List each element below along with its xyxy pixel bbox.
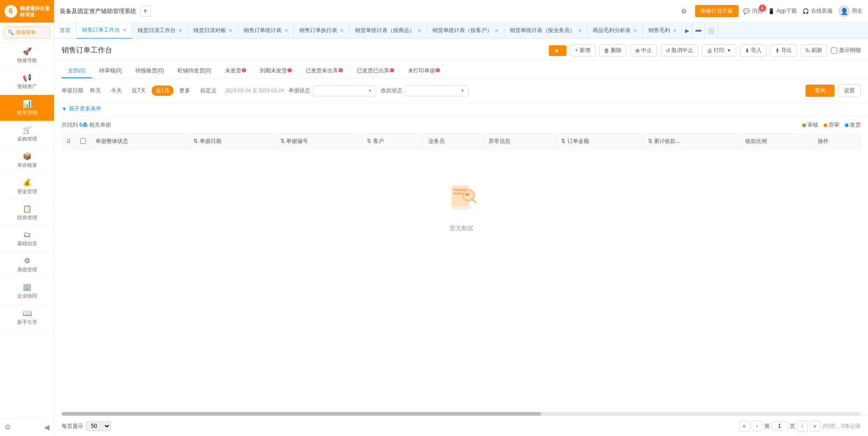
show-detail-checkbox[interactable]	[831, 47, 837, 54]
sidebar-item-sales[interactable]: 📊 销售管理	[0, 95, 54, 121]
select-all-checkbox[interactable]	[80, 138, 86, 144]
setting-button[interactable]: 设置	[838, 84, 861, 97]
refresh-button[interactable]: ↻ 刷新	[801, 44, 827, 57]
tab-cash-daily[interactable]: 钱货日清工作台 ✕	[132, 23, 188, 39]
cancel-stop-button[interactable]: ↺ 取消中止	[661, 44, 698, 57]
table-col-date[interactable]: ⇅ 单据日期	[189, 134, 276, 149]
sub-tab-shipped-not-out[interactable]: 已发货未出库❶	[299, 64, 350, 78]
query-button[interactable]: 查询	[806, 85, 834, 97]
sub-tab-not-printed[interactable]: 未打印单据❶	[402, 64, 446, 78]
tab-cash-reconcile[interactable]: 钱货日清对账 ✕	[188, 23, 238, 39]
table-col-status[interactable]: 单据整体状态	[91, 134, 189, 149]
prev-page-button[interactable]: ‹	[752, 421, 762, 431]
sub-tab-all[interactable]: 全部(0)	[62, 64, 92, 78]
sidebar-item-purchase[interactable]: 🛒 采购管理	[0, 121, 54, 147]
table-col-number[interactable]: ⇅ 单据编号	[275, 134, 362, 149]
topbar-user[interactable]: 👤 用友	[838, 5, 863, 17]
sub-tab-not-shipped[interactable]: 未发货❶	[219, 64, 253, 78]
topbar-settings-button[interactable]: ⚙	[678, 5, 691, 18]
date-btn-1month[interactable]: 近1月	[152, 85, 174, 96]
tab-close-margin-analysis[interactable]: ✕	[633, 28, 637, 33]
table-col-staff[interactable]: 业务员	[424, 134, 484, 149]
date-btn-more[interactable]: 更多	[175, 85, 194, 96]
tab-sales-unified-product[interactable]: 销货单统计表（按商品） ✕	[350, 23, 427, 39]
show-detail-toggle[interactable]: 显示明细	[831, 47, 861, 54]
print-button[interactable]: 🖨 打印 ▼	[702, 44, 736, 57]
tab-close-sales-workbench[interactable]: ✕	[123, 28, 126, 33]
tabs-minimize-button[interactable]: ➖	[692, 23, 705, 39]
add-button[interactable]: + 新增	[570, 44, 595, 57]
table-col-checkbox[interactable]	[76, 134, 91, 149]
expand-more-conditions[interactable]: ▼ 展开更多条件	[62, 105, 861, 113]
table-col-collected[interactable]: ⇅ 累计收款...	[643, 134, 740, 149]
sidebar-item-enterprise[interactable]: 🏢 企业协同	[0, 278, 54, 304]
sidebar-settings-button[interactable]: ⚙	[5, 423, 11, 431]
tab-close-unified-staff[interactable]: ✕	[578, 28, 581, 33]
topbar-app-download[interactable]: 📱 App下载	[768, 7, 797, 15]
tab-sales-profit[interactable]: 销售毛利 ✕	[643, 23, 682, 39]
sidebar-collapse-button[interactable]: ◀	[44, 423, 49, 431]
sidebar-item-operation[interactable]: 📋 经营管理	[0, 200, 54, 226]
table-scrollbar[interactable]	[62, 412, 861, 416]
sub-tab-pending-review[interactable]: 待审核(0)	[93, 64, 129, 78]
tabs-maximize-button[interactable]: ⬜	[705, 23, 718, 39]
tabs-more-button[interactable]: ▶	[682, 23, 692, 39]
last-page-button[interactable]: »	[810, 421, 820, 431]
date-btn-today[interactable]: 今天	[107, 85, 126, 96]
table-col-customer[interactable]: ⇅ 客户	[362, 134, 424, 149]
tab-sales-unified-customer[interactable]: 销货单统计表（按客户） ✕	[427, 23, 504, 39]
sidebar-item-system[interactable]: ⚙ 系统管理	[0, 252, 54, 278]
tab-close-cash-daily[interactable]: ✕	[178, 28, 182, 33]
tab-close-unified-product[interactable]: ✕	[417, 28, 421, 33]
tab-close-sales-stat[interactable]: ✕	[284, 28, 288, 33]
sidebar-search[interactable]: 🔍 搜索菜单	[0, 23, 54, 43]
tab-sales-workbench[interactable]: 销售订单工作台 ✕	[77, 23, 132, 39]
sub-tab-pending-inspect[interactable]: 待拣验货(0)	[129, 64, 170, 78]
sidebar-item-marketing[interactable]: 📢 营销推广	[0, 69, 54, 95]
sidebar-item-quick-nav[interactable]: 🚀 快捷导航	[0, 43, 54, 69]
import-button[interactable]: ⬇ 导入	[740, 44, 767, 57]
stop-button[interactable]: ⊗ 中止	[630, 44, 657, 57]
table-ship-button[interactable]: 发货	[845, 121, 861, 129]
sidebar-item-finance[interactable]: 💰 资金管理	[0, 174, 54, 200]
sidebar-item-guide[interactable]: 📖 新手引导	[0, 304, 54, 331]
topbar-message[interactable]: 💬 消息 6	[743, 7, 762, 15]
sidebar-item-inventory[interactable]: 📦 库存核算	[0, 147, 54, 174]
tab-margin-analysis[interactable]: 商品毛利分析表 ✕	[587, 23, 643, 39]
industry-solution-button[interactable]: 体验行业方案	[695, 5, 739, 17]
filter-status-select[interactable]: ▼	[313, 85, 376, 96]
table-review-button[interactable]: 审核	[802, 121, 818, 129]
page-number-input[interactable]	[772, 422, 788, 431]
sub-tab-wangpu-pending[interactable]: 旺铺待发货(0)	[171, 64, 218, 78]
first-page-button[interactable]: «	[739, 421, 750, 431]
tab-close-sales-profit[interactable]: ✕	[673, 28, 676, 33]
tab-home[interactable]: 首页	[54, 23, 77, 39]
export-button[interactable]: ⬆ 导出	[770, 44, 797, 57]
next-page-button[interactable]: ›	[797, 421, 808, 431]
table-cancel-review-button[interactable]: 弃审	[824, 121, 839, 129]
tab-sales-unified-staff[interactable]: 销货单统计表（按业务员） ✕	[504, 23, 587, 39]
tab-close-sales-exec[interactable]: ✕	[340, 28, 344, 33]
table-scroll[interactable]: ⠿ 单据整体状态 ⇅ 单据日期	[62, 133, 861, 149]
tab-sales-stat[interactable]: 销售订单统计表 ✕	[238, 23, 294, 39]
delete-button[interactable]: 🗑 删除	[599, 44, 627, 57]
sub-tab-expired-not-shipped[interactable]: 到期未发货❶	[254, 64, 298, 78]
tab-sales-exec[interactable]: 销售订单执行表 ✕	[294, 23, 350, 39]
table-col-amount[interactable]: ⇅ 订单金额	[556, 134, 643, 149]
date-btn-7days[interactable]: 近7天	[128, 85, 150, 96]
page-size-dropdown[interactable]: 10 20 50 100	[86, 421, 111, 431]
sidebar-item-base[interactable]: 🗂 基础信息	[0, 226, 54, 252]
search-menu-button[interactable]: 🔍 搜索菜单	[4, 26, 50, 38]
date-btn-yesterday[interactable]: 昨天	[86, 85, 105, 96]
smart-create-button[interactable]: ★	[549, 45, 566, 56]
topbar-online-service[interactable]: 🎧 在线客服	[802, 7, 833, 15]
filter-date-options: 昨天 今天 近7天 近1月 更多 自定义	[86, 85, 221, 96]
date-btn-custom[interactable]: 自定义	[196, 85, 221, 96]
filter-payment-select[interactable]: ▼	[405, 85, 469, 96]
system-dropdown-button[interactable]: ▼	[140, 6, 151, 17]
tab-close-unified-customer[interactable]: ✕	[495, 28, 499, 33]
sub-tab-shipped-out[interactable]: 已发货已出库❶	[350, 64, 401, 78]
tab-close-cash-reconcile[interactable]: ✕	[229, 28, 232, 33]
table-col-abnormal[interactable]: 异常信息	[484, 134, 556, 149]
star-icon: ★	[554, 47, 559, 54]
